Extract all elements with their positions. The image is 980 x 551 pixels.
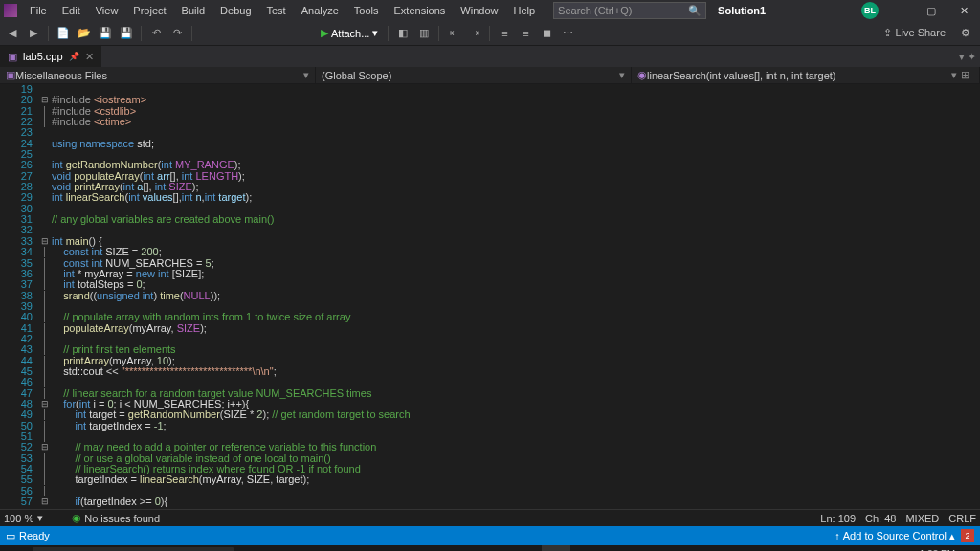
blender-icon[interactable]: ◆ [511,545,540,551]
app-icon[interactable]: ≋ [480,545,509,551]
word-icon[interactable]: W [572,545,601,551]
tab-settings-icon[interactable]: ✦ [968,51,976,63]
gear-icon[interactable]: ⚙ [961,27,970,39]
tab-lab5[interactable]: ▣ lab5.cpp 📌 ✕ [0,46,101,67]
maximize-button[interactable]: ▢ [919,0,944,21]
menu-help[interactable]: Help [506,3,542,18]
comment-icon[interactable]: ≡ [496,25,513,42]
ide-status-bar: ▭ Ready ↑ Add to Source Control ▴ 2 [0,526,980,545]
issues-indicator[interactable]: ◉ No issues found [72,512,160,524]
chrome-icon[interactable]: 🟡 [358,545,387,551]
indent-icon[interactable]: ⇥ [466,25,483,42]
main-menu: FileEditViewProjectBuildDebugTestAnalyze… [23,3,542,18]
scope-project[interactable]: ▣ Miscellaneous Files ▾ [0,67,316,83]
add-source-control-button[interactable]: ↑ Add to Source Control ▴ [835,530,955,542]
scope-function[interactable]: ◉ linearSearch(int values[], int n, int … [632,67,980,83]
attach-button[interactable]: ▶ Attach... ▾ [317,27,382,39]
forward-icon[interactable]: ▶ [25,25,42,42]
title-bar: FileEditViewProjectBuildDebugTestAnalyze… [0,0,980,21]
vs-logo-icon [4,4,17,17]
menu-build[interactable]: Build [175,3,212,18]
menu-view[interactable]: View [89,3,125,18]
comment-icon[interactable]: ≡ [517,25,534,42]
windows-taskbar: 🔍 Type here to search ○ ⊞ ◉ 📁 🟡 ⋮ ◎ 🚀 ≋ … [0,545,980,551]
redo-icon[interactable]: ↷ [168,25,186,42]
start-button[interactable] [2,545,31,551]
search-placeholder: Search (Ctrl+Q) [558,5,632,16]
status-text: Ready [19,530,50,541]
minimize-button[interactable]: ─ [886,0,911,21]
app-icon[interactable]: ⋮ [389,545,417,551]
liveshare-icon: ⇪ [883,27,895,38]
chevron-up-icon: ▴ [949,530,955,542]
app-icon[interactable]: 🚀 [450,545,479,551]
line-numbers: 1920212223242526272829303132333435363738… [0,84,38,509]
menu-test[interactable]: Test [260,3,293,18]
tab-close-icon[interactable]: ✕ [85,51,94,63]
play-icon: ▶ [321,27,328,39]
solution-name: Solution1 [718,5,766,16]
tool-icon[interactable]: ◧ [394,25,412,42]
code-area[interactable]: #include <iostream>#include <cstdlib>#in… [52,84,980,509]
tool-icon[interactable]: ⋯ [559,25,576,42]
edge-icon[interactable]: ◉ [297,545,325,551]
project-icon: ▣ [6,69,15,81]
split-icon[interactable]: ⊞ [961,69,969,81]
menu-debug[interactable]: Debug [213,3,257,18]
indent-mode[interactable]: MIXED [905,513,939,524]
fold-column[interactable]: ⊟││⊟││││││││││││││⊟│││⊟││││⊟ [38,84,52,509]
cursor-col: Ch: 48 [865,513,896,524]
code-editor[interactable]: 1920212223242526272829303132333435363738… [0,84,980,509]
menu-edit[interactable]: Edit [56,3,87,18]
scope-namespace[interactable]: (Global Scope) ▾ [316,67,632,83]
menu-tools[interactable]: Tools [347,3,386,18]
bookmark-icon[interactable]: ◼ [538,25,555,42]
tool-icon[interactable]: ▥ [415,25,433,42]
chevron-down-icon: ▾ [303,69,309,81]
open-icon[interactable]: 📂 [76,25,93,42]
back-icon[interactable]: ◀ [4,25,21,42]
user-avatar[interactable]: BL [861,2,879,19]
live-share-button[interactable]: ⇪ Live Share [878,27,951,39]
taskview-icon[interactable]: ⊞ [266,545,295,551]
new-icon[interactable]: 📄 [55,25,72,42]
function-icon: ◉ [637,69,647,81]
chevron-down-icon: ▾ [951,69,957,81]
document-tabs: ▣ lab5.cpp 📌 ✕ ▾ ✦ [0,46,980,67]
cursor-line: Ln: 109 [820,513,856,524]
menu-extensions[interactable]: Extensions [388,3,453,18]
undo-icon[interactable]: ↶ [147,25,165,42]
saveall-icon[interactable]: 💾 [118,25,135,42]
cortana-icon[interactable]: ○ [235,545,264,551]
windows-search-input[interactable]: 🔍 Type here to search [33,547,234,551]
save-icon[interactable]: 💾 [97,25,114,42]
editor-status-bar: 100 % ▾ ◉ No issues found Ln: 109 Ch: 48… [0,509,980,526]
main-toolbar: ◀ ▶ 📄 📂 💾 💾 ↶ ↷ ▶ Attach... ▾ ◧ ▥ ⇤ ⇥ ≡ … [0,21,980,46]
menu-project[interactable]: Project [126,3,172,18]
menu-window[interactable]: Window [454,3,504,18]
global-search-input[interactable]: Search (Ctrl+Q) 🔍 [553,2,706,19]
zoom-level[interactable]: 100 % [4,513,33,524]
chevron-down-icon: ▾ [619,69,625,81]
pin-icon[interactable]: 📌 [69,52,79,61]
menu-file[interactable]: File [23,3,54,18]
ok-icon: ◉ [72,512,81,524]
explorer-icon[interactable]: 📁 [327,545,356,551]
cpp-file-icon: ▣ [8,51,17,63]
notification-badge[interactable]: 2 [961,529,974,542]
upload-icon: ↑ [835,530,840,541]
eol-mode[interactable]: CRLF [948,513,976,524]
search-icon: 🔍 [688,5,702,17]
status-icon: ▭ [6,530,15,542]
visualstudio-icon[interactable]: ◢ [542,545,570,551]
app-icon[interactable]: ◎ [419,545,448,551]
tab-overflow-icon[interactable]: ▾ [959,51,965,63]
menu-analyze[interactable]: Analyze [295,3,345,18]
zoom-dropdown-icon[interactable]: ▾ [37,512,43,524]
indent-icon[interactable]: ⇤ [445,25,462,42]
scope-bar: ▣ Miscellaneous Files ▾ (Global Scope) ▾… [0,67,980,84]
close-button[interactable]: ✕ [951,0,976,21]
chevron-down-icon: ▾ [372,27,378,39]
